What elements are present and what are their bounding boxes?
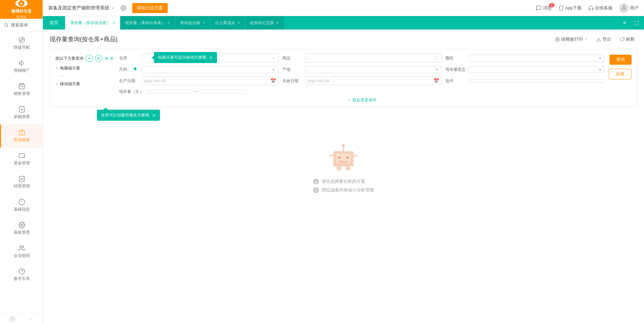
stock-qty-min[interactable]	[146, 90, 192, 93]
gear-icon	[18, 222, 25, 228]
sidebar-item-purchase[interactable]: 采购管理	[0, 101, 43, 124]
tooltip-rename-close[interactable]: ✕	[209, 55, 213, 60]
scheme-mobile-item[interactable]: 移动端方案	[55, 81, 115, 87]
sidebar-item-sales[interactable]: 销售管理	[0, 78, 43, 101]
warehouse-label: 仓库	[119, 55, 139, 61]
cart-icon	[18, 83, 25, 90]
expire-date-label: 失效日期	[282, 78, 303, 84]
sidebar-item-marketing[interactable]: 营销推广	[0, 55, 43, 78]
produce-date-range: yyyy-mm-dd 📅	[142, 76, 278, 85]
scheme-pc-group: 电脑端方案	[55, 65, 115, 71]
tab-close-btn[interactable]: ✕	[237, 21, 240, 25]
tab-close-btn[interactable]: ✕	[112, 21, 115, 25]
tooltip-create-text: 这里可以创建和修改方案哦	[101, 112, 149, 118]
tab-inventory-dist[interactable]: 现存量（库存分布表） ✕	[120, 16, 175, 30]
service-btn[interactable]: 在线客服	[588, 5, 612, 11]
export-btn[interactable]: 导出	[594, 35, 614, 44]
tab-fullscreen-btn[interactable]	[632, 18, 641, 28]
tab-home[interactable]: 首页	[43, 16, 65, 30]
scheme-indicator	[134, 67, 137, 70]
tab-inout-flow[interactable]: 出入库流水 ✕	[210, 16, 245, 30]
svg-rect-11	[19, 176, 24, 181]
filter-back-btn[interactable]	[104, 56, 115, 61]
refresh-btn[interactable]: 刷新	[617, 35, 637, 44]
tab-receive-summary[interactable]: 收发存汇总表 ✕	[245, 16, 284, 30]
nav-label: 企业协同	[14, 253, 30, 259]
print-btn[interactable]: 按模板打印	[552, 35, 590, 44]
color-label: 颜色	[445, 55, 466, 61]
origin-input[interactable]: ▼	[305, 66, 442, 73]
header-left: 装备及固定资产辅助管理系统 体验行业方案	[48, 3, 168, 13]
sidebar-item-operation[interactable]: 经营管理	[0, 171, 43, 194]
filter-add-btn[interactable]: +	[86, 55, 93, 62]
size-arrow: ▼	[272, 68, 275, 71]
box-icon	[18, 129, 25, 136]
sidebar-item-newbie[interactable]: 新手引导	[0, 263, 43, 286]
collapse-btn[interactable]: 收起更多条件	[119, 97, 605, 103]
tab-close-all-btn[interactable]	[620, 18, 629, 28]
filter-row-2: 尺码 ▼ 产地 ▼	[119, 66, 605, 73]
tab-close-btn[interactable]: ✕	[202, 21, 205, 25]
expire-date-start[interactable]: yyyy-mm-dd 📅	[305, 76, 442, 85]
filter-row-4: 现存量（主） —	[119, 89, 605, 95]
tab-close-btn[interactable]: ✕	[167, 21, 170, 25]
set-btn[interactable]: 设置	[609, 69, 632, 79]
system-name-dropdown[interactable]: 装备及固定资产辅助管理系统	[48, 5, 115, 11]
color-input[interactable]: ▼	[468, 55, 605, 62]
header-settings-btn[interactable]	[119, 3, 128, 13]
tooltip-scheme-rename: 电脑方案可设为移动方案哦 ✕	[154, 52, 217, 63]
svg-text:6: 6	[20, 1, 22, 5]
goods-label: 商品	[282, 55, 303, 61]
empty-tip-1: 1 请先选择要分析的方案	[313, 178, 374, 184]
sidebar-nav: 快捷导航 营销推广 销售管理 采购管理 库存核算	[0, 32, 43, 313]
size-input[interactable]: ▼	[142, 66, 278, 73]
tab-close-btn[interactable]: ✕	[276, 21, 279, 25]
sidebar-item-quick-nav[interactable]: 快捷导航	[0, 32, 43, 55]
scheme-pc-item[interactable]: 电脑端方案	[55, 65, 115, 71]
filter-origin: 产地 ▼	[282, 66, 442, 73]
tooltip-create-close[interactable]: ✕	[152, 113, 156, 118]
stock-qty-max[interactable]	[200, 90, 247, 93]
sidebar-search[interactable]: 搜索菜单	[0, 19, 43, 32]
trial-btn[interactable]: 体验行业方案	[132, 3, 168, 13]
search-btn[interactable]: 查询	[609, 55, 632, 65]
stock-status-input[interactable]: ▼	[468, 66, 605, 73]
filter-row-3: 生产日期 yyyy-mm-dd 📅 失效日期	[119, 76, 605, 85]
warehouse-dots: ···	[271, 55, 275, 61]
nav-label: 营销推广	[14, 68, 30, 73]
sidebar-item-finance[interactable]: 资金管理	[0, 148, 43, 171]
color-arrow: ▼	[598, 56, 602, 60]
sidebar-item-basic[interactable]: 基础信息	[0, 194, 43, 217]
sidebar-item-inventory[interactable]: 库存核算	[0, 124, 43, 148]
tip-num-2: 2	[313, 187, 319, 193]
sidebar-settings-btn[interactable]	[10, 316, 15, 322]
filter-edit-btn[interactable]	[95, 55, 102, 62]
sidebar-item-enterprise[interactable]: 企业协同	[0, 240, 43, 263]
sidebar-item-system[interactable]: 系统管理	[0, 217, 43, 240]
empty-icon	[327, 140, 360, 173]
expire-date-range: yyyy-mm-dd 📅	[305, 76, 442, 85]
goods-input[interactable]: ···	[305, 53, 442, 63]
tab-inventory-status[interactable]: 现存量（库存状况表） ✕	[65, 16, 120, 30]
page-actions: 按模板打印 导出	[552, 35, 637, 44]
nav-label: 销售管理	[14, 91, 30, 97]
robot-svg	[327, 140, 360, 173]
top-header: 装备及固定资产辅助管理系统 体验行业方案 消息 8	[43, 0, 644, 16]
app-download-btn[interactable]: App下载	[558, 5, 582, 11]
print-label: 按模板打印	[561, 36, 583, 42]
sidebar-collapse-btn[interactable]	[28, 316, 33, 322]
logo-text: 畅通好生意	[11, 8, 32, 14]
batch-no-input[interactable]	[468, 79, 605, 83]
team-icon	[18, 245, 25, 252]
svg-point-2	[5, 23, 7, 26]
nav-label: 基础信息	[14, 207, 30, 212]
user-menu[interactable]: 用户	[619, 3, 639, 13]
settings-icon	[120, 5, 126, 11]
message-btn[interactable]: 消息 8	[536, 5, 552, 11]
tab-batch-account[interactable]: 库存批次账 ✕	[175, 16, 210, 30]
range-sep: —	[194, 89, 199, 95]
page-title: 现存量查询(按仓库+商品)	[50, 35, 118, 43]
tooltip-arrow	[152, 56, 154, 60]
produce-date-start[interactable]: yyyy-mm-dd 📅	[142, 76, 278, 85]
tip-1-text: 请先选择要分析的方案	[322, 178, 365, 184]
